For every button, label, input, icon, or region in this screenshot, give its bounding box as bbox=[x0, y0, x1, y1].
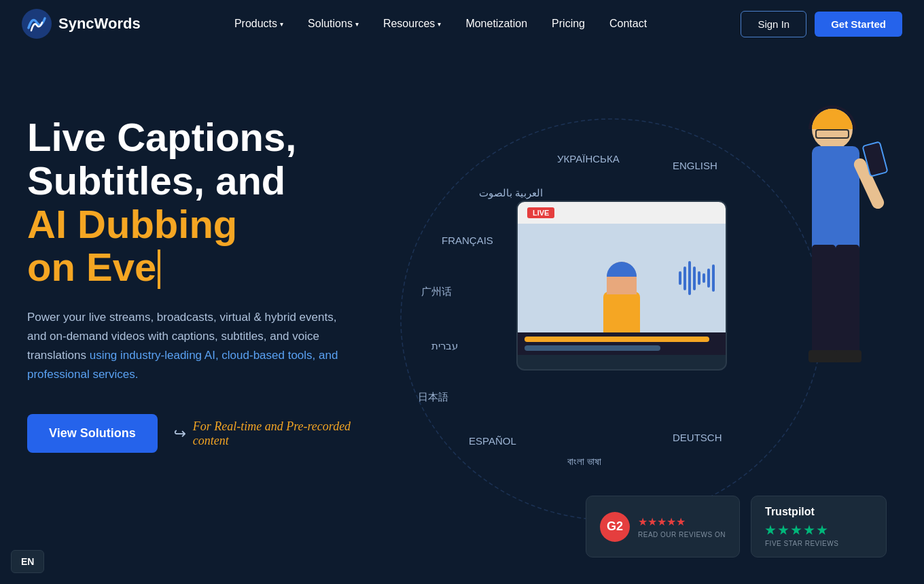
trustpilot-star-1 bbox=[765, 525, 776, 536]
hero-cta: View Solutions ↩ For Real-time and Pre-r… bbox=[27, 414, 380, 453]
hero-description: Power your live streams, broadcasts, vir… bbox=[27, 308, 353, 384]
nav-solutions[interactable]: Solutions ▾ bbox=[298, 12, 368, 35]
hero-section: Live Captions, Subtitles, and AI Dubbing… bbox=[0, 48, 924, 583]
lang-ukrainska: УКРАЇНСЬКА bbox=[557, 153, 620, 165]
lang-francais: FRANÇAIS bbox=[442, 235, 493, 246]
nav-products[interactable]: Products ▾ bbox=[225, 12, 293, 35]
logo-link[interactable]: SyncWords bbox=[22, 9, 141, 39]
lang-japanese: 日本語 bbox=[418, 391, 448, 404]
trustpilot-star-2 bbox=[778, 525, 789, 536]
lang-english: ENGLISH bbox=[673, 160, 717, 171]
syncwords-logo-icon bbox=[22, 9, 52, 39]
navbar: SyncWords Products ▾ Solutions ▾ Resourc… bbox=[0, 0, 924, 48]
trustpilot-content: Trustpilot FIVE STAR REVIEWS bbox=[765, 506, 838, 547]
review-badges: G2 ★★★★★ READ OUR REVIEWS ON Trustpilot bbox=[586, 496, 887, 557]
chevron-down-icon: ▾ bbox=[355, 20, 359, 28]
get-started-button[interactable]: Get Started bbox=[815, 12, 902, 37]
nav-actions: Sign In Get Started bbox=[741, 11, 902, 37]
cta-annotation: ↩ For Real-time and Pre-recorded content bbox=[174, 419, 380, 448]
lang-cantonese: 广州话 bbox=[421, 286, 452, 298]
g2-review-content: ★★★★★ READ OUR REVIEWS ON bbox=[638, 515, 726, 538]
trustpilot-subtext: FIVE STAR REVIEWS bbox=[765, 540, 838, 547]
trustpilot-badge[interactable]: Trustpilot FIVE STAR REVIEWS bbox=[751, 496, 887, 557]
g2-badge[interactable]: G2 ★★★★★ READ OUR REVIEWS ON bbox=[586, 496, 740, 557]
hero-title: Live Captions, Subtitles, and AI Dubbing… bbox=[27, 116, 380, 289]
trustpilot-logo: Trustpilot bbox=[765, 506, 838, 518]
video-header: LIVE bbox=[518, 202, 726, 224]
language-selector[interactable]: EN bbox=[11, 550, 44, 573]
sign-in-button[interactable]: Sign In bbox=[741, 11, 806, 37]
caption-area bbox=[518, 332, 726, 355]
view-solutions-button[interactable]: View Solutions bbox=[27, 414, 158, 453]
lang-arabic: العربية بالصوت bbox=[479, 187, 543, 199]
g2-stars: ★★★★★ bbox=[638, 515, 726, 528]
live-badge: LIVE bbox=[527, 207, 554, 218]
video-body bbox=[518, 224, 726, 332]
sound-wave bbox=[679, 261, 715, 295]
trustpilot-stars-row bbox=[765, 525, 838, 536]
g2-logo: G2 bbox=[600, 512, 630, 542]
curved-arrow-icon: ↩ bbox=[174, 425, 186, 443]
trustpilot-star-3 bbox=[791, 525, 802, 536]
trustpilot-star-4 bbox=[804, 525, 815, 536]
nav-resources[interactable]: Resources ▾ bbox=[374, 12, 450, 35]
nav-links: Products ▾ Solutions ▾ Resources ▾ Monet… bbox=[225, 12, 656, 35]
g2-review-text: READ OUR REVIEWS ON bbox=[638, 531, 726, 538]
lang-espanol: ESPAÑOL bbox=[469, 435, 516, 447]
logo-text: SyncWords bbox=[58, 15, 141, 33]
hero-left: Live Captions, Subtitles, and AI Dubbing… bbox=[27, 88, 380, 453]
nav-pricing[interactable]: Pricing bbox=[542, 12, 594, 35]
nav-monetization[interactable]: Monetization bbox=[456, 12, 537, 35]
chevron-down-icon: ▾ bbox=[280, 20, 283, 28]
chevron-down-icon: ▾ bbox=[438, 20, 441, 28]
typing-cursor bbox=[158, 250, 160, 289]
person-illustration bbox=[754, 102, 890, 469]
lang-bengali: বাংলা ভাষা bbox=[567, 456, 601, 468]
trustpilot-name: Trustpilot bbox=[765, 506, 815, 518]
video-mockup: LIVE bbox=[516, 201, 727, 371]
hero-right: УКРАЇНСЬКА ENGLISH العربية بالصوت FRANÇA… bbox=[380, 88, 897, 564]
lang-hebrew: עברית bbox=[431, 340, 458, 352]
nav-contact[interactable]: Contact bbox=[600, 12, 656, 35]
trustpilot-star-5 bbox=[817, 525, 828, 536]
lang-deutsch: DEUTSCH bbox=[673, 432, 722, 443]
